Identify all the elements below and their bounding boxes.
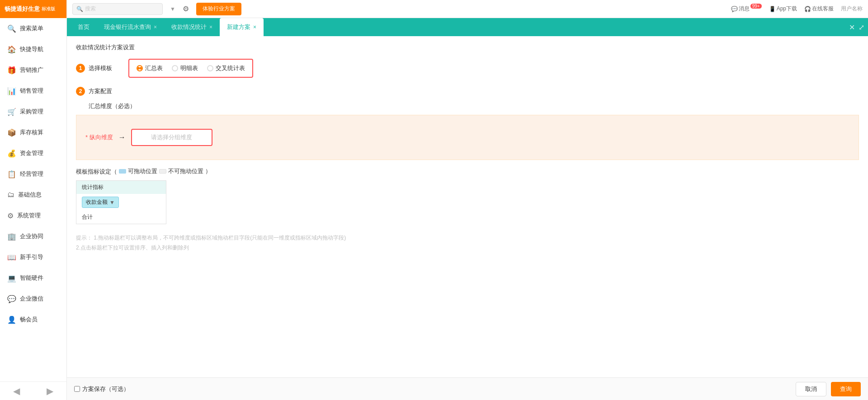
search-icon: 🔍 [7,24,16,33]
sidebar-item-label: 库存核算 [20,128,43,136]
tab-cash-flow-label: 现金银行流水查询 [104,23,151,31]
search-box[interactable]: 🔍 搜索 [72,3,163,15]
folder-icon: 🗂 [7,191,14,199]
search-icon: 🔍 [76,6,83,12]
sidebar-item-label: 销售管理 [20,87,43,95]
sidebar-item-label: 资金管理 [20,149,43,157]
dimension-input[interactable]: 请选择分组维度 [131,129,212,146]
radio-cross-circle [207,65,213,71]
sidebar-expand-icon[interactable]: ▶ [47,386,53,396]
download-icon: 📱 [769,6,776,12]
save-checkbox-label[interactable]: 方案保存（可选） [74,385,129,393]
logo-sub: 标准版 [42,6,55,12]
online-service[interactable]: 🎧 在线客服 [804,5,834,13]
sidebar-item-smart-hw[interactable]: 💻 智能硬件 [0,268,66,288]
cancel-button[interactable]: 取消 [796,382,826,396]
template-radio-group: 汇总表 明细表 交叉统计表 [137,64,245,72]
book-icon: 📖 [7,253,16,262]
template-selection-box: 汇总表 明细表 交叉统计表 [128,59,253,78]
sidebar-item-label: 基础信息 [18,191,42,199]
sidebar-item-search[interactable]: 🔍 搜索菜单 [0,18,66,39]
user-info[interactable]: 用户名称 [841,5,863,13]
app-download[interactable]: 📱 App下载 [769,5,797,13]
tab-cash-flow-close[interactable]: × [154,24,157,30]
download-label: App下载 [777,5,797,13]
logo-text: 畅捷通好生意 [5,5,40,13]
tabbar: 首页 现金银行流水查询 × 收款情况统计 × 新建方案 × ✕ ⤢ [67,18,868,36]
vertical-dim-label: * 纵向维度 [85,133,113,141]
save-checkbox-input[interactable] [74,386,80,392]
tips-area: 提示： 1.拖动标题栏可以调整布局，不可跨维度或指标区域拖动栏目字段(只能在同一… [76,233,859,253]
service-icon: 🎧 [804,6,811,12]
section2-header: 2 方案配置 [76,87,859,96]
sidebar-item-guide[interactable]: 📖 新手引导 [0,247,66,268]
dim-arrow-icon: → [118,133,126,141]
tab-home-label: 首页 [78,23,90,31]
metrics-hint-row: 模板指标设定（ 可拖动位置 不可拖动位置 ） [76,167,859,176]
sidebar-logo: 畅捷通好生意 标准版 [0,0,66,18]
home-icon: 🏠 [7,45,16,54]
topbar-right: 💬 消息 99+ 📱 App下载 🎧 在线客服 用户名称 [731,5,863,13]
sidebar-item-quick-nav[interactable]: 🏠 快捷导航 [0,39,66,60]
sidebar-item-label: 智能硬件 [20,274,43,282]
page-title: 收款情况统计方案设置 [76,43,859,52]
sidebar-item-label: 新手引导 [20,253,43,261]
tab-new-plan-label: 新建方案 [227,23,250,31]
sidebar-collapse-icon[interactable]: ◀ [13,386,20,396]
sidebar-item-finance[interactable]: 💰 资金管理 [0,143,66,164]
settings-icon[interactable]: ⚙ [183,5,189,13]
chevron-down-icon: ▼ [109,199,115,206]
dimension-section-label: 汇总维度（必选） [89,102,859,110]
radio-summary-label: 汇总表 [145,64,163,72]
tab-collection-stats-label: 收款情况统计 [171,23,207,31]
sidebar-item-label: 采购管理 [20,108,43,116]
sidebar-item-label: 经营管理 [20,170,43,178]
tabbar-controls: ✕ ⤢ [849,23,864,32]
sidebar-bottom: ◀ ▶ [0,381,66,400]
tab-cash-flow[interactable]: 现金银行流水查询 × [97,18,164,36]
sidebar-item-operations[interactable]: 📋 经营管理 [0,164,66,184]
tab-home[interactable]: 首页 [71,18,97,36]
chat-icon: 💬 [7,295,16,303]
radio-detail[interactable]: 明细表 [172,64,198,72]
clipboard-icon: 📋 [7,170,16,179]
sidebar-item-purchase[interactable]: 🛒 采购管理 [0,101,66,122]
radio-cross[interactable]: 交叉统计表 [207,64,245,72]
metrics-tag[interactable]: 收款金额 ▼ [82,197,119,208]
tab-collection-stats[interactable]: 收款情况统计 × [164,18,220,36]
radio-detail-circle [172,65,178,71]
metrics-table-header: 统计指标 [76,181,166,194]
maximize-icon[interactable]: ⤢ [859,23,864,32]
query-button[interactable]: 查询 [831,382,861,396]
gift-icon: 🎁 [7,66,16,75]
message-icon: 💬 [731,6,738,12]
section2-number: 2 [76,87,85,96]
sidebar-item-basic-info[interactable]: 🗂 基础信息 [0,184,66,205]
close-all-icon[interactable]: ✕ [849,23,855,32]
sidebar-item-label: 企业协同 [20,232,43,240]
sidebar-item-marketing[interactable]: 🎁 营销推广 [0,60,66,80]
tab-new-plan-close[interactable]: × [253,24,256,30]
sidebar-item-system[interactable]: ⚙ 系统管理 [0,205,66,226]
sidebar-item-wechat[interactable]: 💬 企业微信 [0,288,66,309]
metrics-tag-cell: 收款金额 ▼ [76,194,166,211]
building-icon: 🏢 [7,232,16,241]
radio-summary[interactable]: 汇总表 [137,64,163,72]
sidebar-item-inventory[interactable]: 📦 库存核算 [0,122,66,143]
industry-solution-button[interactable]: 体验行业方案 [196,3,241,15]
tab-collection-stats-close[interactable]: × [209,24,212,30]
content-inner: 收款情况统计方案设置 1 选择模板 汇总表 [67,36,868,377]
metrics-table: 统计指标 收款金额 ▼ 合计 [76,180,166,224]
chevron-down-icon[interactable]: ▼ [170,6,175,12]
tab-new-plan[interactable]: 新建方案 × [220,18,264,36]
message-label: 消息 [739,5,750,13]
sidebar-item-enterprise[interactable]: 🏢 企业协同 [0,226,66,247]
message-area[interactable]: 💬 消息 99+ [731,5,762,13]
sidebar-item-member[interactable]: 👤 畅会员 [0,309,66,330]
sidebar-item-label: 企业微信 [20,295,43,303]
box-icon: 📦 [7,128,16,137]
chart-icon: 📊 [7,87,16,95]
sidebar-item-sales[interactable]: 📊 销售管理 [0,80,66,101]
search-placeholder: 搜索 [85,5,96,13]
content-area: 收款情况统计方案设置 1 选择模板 汇总表 [67,36,868,377]
